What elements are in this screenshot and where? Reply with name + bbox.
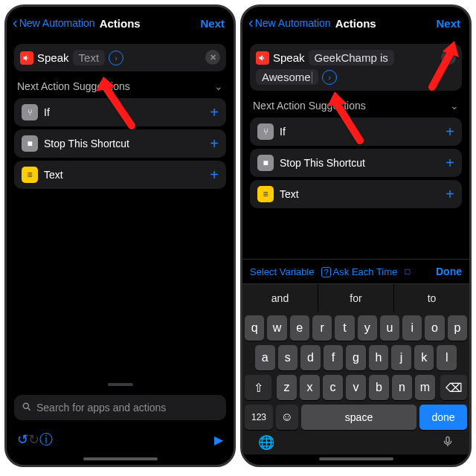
sheet-grabber[interactable]: [108, 383, 133, 386]
delete-key[interactable]: ⌫: [440, 375, 467, 400]
key-g[interactable]: g: [346, 345, 366, 370]
key-n[interactable]: n: [392, 375, 412, 400]
clipboard-button[interactable]: □: [405, 266, 410, 277]
keyboard: qwertyuiop asdfghjkl ⇧ zxcvbnm ⌫ 123 ☺ s…: [242, 312, 469, 454]
key-s[interactable]: s: [278, 345, 298, 370]
key-y[interactable]: y: [358, 315, 377, 341]
chevron-down-icon: ⌄: [450, 100, 459, 112]
suggestion-icon: ≡: [22, 167, 38, 183]
add-suggestion-button[interactable]: +: [210, 167, 219, 184]
chevron-left-icon: ‹: [248, 17, 254, 28]
key-k[interactable]: k: [414, 345, 434, 370]
page-title: Actions: [335, 17, 376, 30]
run-button[interactable]: ▶: [214, 433, 223, 447]
toolbar: ↺ ↻ ⓘ ▶: [7, 425, 234, 454]
ask-each-time-button[interactable]: ?Ask Each Time: [321, 266, 397, 277]
phone-left: ‹ New Automation Actions Next Speak Text…: [4, 4, 236, 467]
home-indicator[interactable]: [319, 457, 393, 460]
annotation-arrow-next: [425, 39, 460, 91]
suggestion-row-stop-this-shortcut[interactable]: ■ Stop This Shortcut +: [250, 149, 462, 177]
undo-button[interactable]: ↺: [17, 431, 28, 448]
action-card-speak[interactable]: Speak Text › ✕: [14, 44, 226, 71]
add-suggestion-button[interactable]: +: [210, 104, 219, 121]
speak-text-value-2[interactable]: Awesome: [256, 69, 318, 85]
back-button[interactable]: ‹ New Automation: [248, 17, 331, 29]
space-key[interactable]: space: [301, 405, 416, 430]
add-suggestion-button[interactable]: +: [446, 155, 454, 172]
key-q[interactable]: q: [245, 315, 264, 341]
key-i[interactable]: i: [402, 315, 422, 341]
speak-label: Speak: [37, 51, 69, 64]
speak-text-value-1[interactable]: GeekChamp is: [309, 50, 394, 65]
globe-key[interactable]: 🌐: [258, 434, 274, 453]
add-suggestion-button[interactable]: +: [210, 135, 219, 152]
speaker-icon: [256, 51, 269, 65]
key-j[interactable]: j: [391, 345, 411, 370]
shift-key[interactable]: ⇧: [245, 375, 271, 400]
key-h[interactable]: h: [369, 345, 389, 370]
key-w[interactable]: w: [267, 315, 286, 341]
phone-right: ‹ New Automation Actions Next Speak Geek…: [240, 4, 472, 467]
key-z[interactable]: z: [277, 375, 297, 400]
key-p[interactable]: p: [448, 315, 467, 341]
navbar: ‹ New Automation Actions Next: [7, 7, 234, 39]
expand-icon[interactable]: ›: [322, 70, 337, 85]
key-d[interactable]: d: [300, 345, 321, 370]
key-x[interactable]: x: [300, 375, 320, 400]
key-b[interactable]: b: [369, 375, 389, 400]
key-r[interactable]: r: [312, 315, 332, 341]
suggestion-row-stop-this-shortcut[interactable]: ■ Stop This Shortcut +: [14, 129, 226, 158]
search-placeholder: Search for apps and actions: [36, 402, 166, 414]
key-t[interactable]: t: [335, 315, 354, 341]
back-label: New Automation: [255, 17, 331, 29]
predict-1[interactable]: and: [242, 284, 318, 312]
key-o[interactable]: o: [425, 315, 444, 341]
key-f[interactable]: f: [324, 345, 344, 370]
expand-icon[interactable]: ›: [109, 51, 123, 65]
chevron-down-icon: ⌄: [214, 80, 223, 92]
speaker-icon: [20, 51, 33, 65]
key-l[interactable]: l: [437, 345, 457, 370]
remove-action-button[interactable]: ✕: [205, 50, 220, 65]
suggestion-icon: ⑂: [22, 104, 38, 120]
suggestion-icon: ■: [22, 135, 38, 152]
predict-3[interactable]: to: [394, 284, 469, 312]
speak-label: Speak: [273, 51, 305, 64]
svg-rect-1: [446, 437, 449, 443]
emoji-key[interactable]: ☺: [276, 405, 298, 430]
svg-point-0: [23, 403, 28, 408]
key-e[interactable]: e: [290, 315, 309, 341]
variable-done-button[interactable]: Done: [436, 266, 462, 277]
back-button[interactable]: ‹ New Automation: [13, 17, 95, 29]
key-u[interactable]: u: [380, 315, 399, 341]
redo-button: ↻: [28, 431, 39, 448]
variable-bar: Select Variable ?Ask Each Time □ Done: [242, 259, 469, 284]
select-variable-button[interactable]: Select Variable: [250, 266, 314, 277]
dictation-key[interactable]: [442, 434, 454, 453]
info-button[interactable]: ⓘ: [39, 431, 53, 448]
home-indicator[interactable]: [83, 457, 158, 460]
suggestion-row-text[interactable]: ≡ Text +: [14, 161, 226, 189]
search-icon: [22, 402, 32, 414]
search-input[interactable]: Search for apps and actions: [14, 395, 226, 420]
next-button[interactable]: Next: [436, 17, 463, 30]
suggestion-icon: ≡: [257, 186, 274, 202]
speak-text-token[interactable]: Text: [73, 50, 106, 65]
key-v[interactable]: v: [346, 375, 366, 400]
suggestion-icon: ■: [257, 155, 274, 171]
add-suggestion-button[interactable]: +: [446, 123, 454, 141]
back-label: New Automation: [19, 17, 95, 29]
page-title: Actions: [100, 17, 141, 30]
done-key[interactable]: done: [419, 405, 467, 430]
next-button[interactable]: Next: [200, 17, 228, 30]
suggestion-label: Text: [44, 169, 204, 181]
predict-2[interactable]: for: [318, 284, 394, 312]
key-c[interactable]: c: [323, 375, 343, 400]
key-m[interactable]: m: [415, 375, 435, 400]
numbers-key[interactable]: 123: [245, 405, 273, 430]
add-suggestion-button[interactable]: +: [446, 186, 454, 203]
key-a[interactable]: a: [255, 345, 275, 370]
suggestion-icon: ⑂: [257, 123, 274, 140]
suggestion-label: Stop This Shortcut: [44, 138, 204, 149]
suggestion-row-text[interactable]: ≡ Text +: [250, 180, 462, 208]
